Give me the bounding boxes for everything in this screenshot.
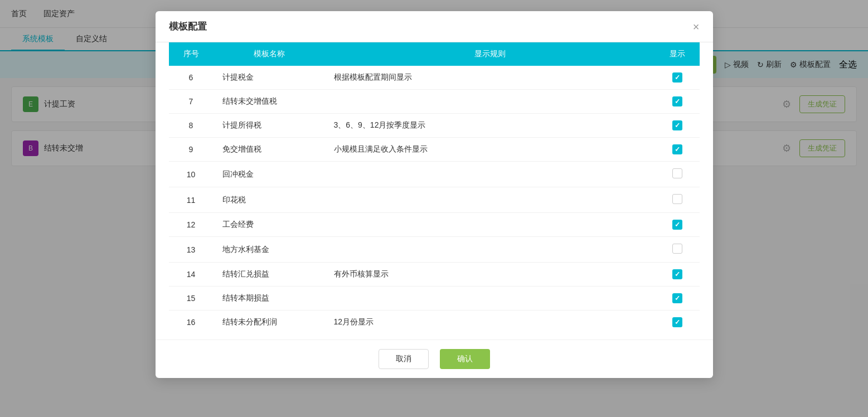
dialog-close-button[interactable]: ×: [693, 21, 700, 32]
cell-name: 印花税: [214, 187, 325, 213]
checkbox-8[interactable]: [672, 120, 682, 130]
dialog-table: 序号 模板名称 显示规则 显示 6计提税金根据模板配置期间显示7结转未交增值税8…: [156, 42, 713, 340]
dialog-title: 模板配置: [169, 20, 207, 33]
table-row: 11印花税: [169, 187, 700, 213]
cell-checkbox[interactable]: [655, 138, 700, 162]
cell-seq: 13: [169, 237, 214, 263]
cell-rule: [325, 237, 655, 263]
table-row: 6计提税金根据模板配置期间显示: [169, 66, 700, 90]
cell-rule: 3、6、9、12月按季度显示: [325, 114, 655, 138]
checkbox-12[interactable]: [672, 220, 682, 230]
checkbox-16[interactable]: [672, 317, 682, 327]
cell-checkbox[interactable]: [655, 90, 700, 114]
cell-name: 工会经费: [214, 213, 325, 237]
cell-seq: 14: [169, 263, 214, 287]
table-row: 16结转未分配利润12月份显示: [169, 311, 700, 334]
cell-seq: 15: [169, 287, 214, 311]
checkbox-10[interactable]: [672, 168, 682, 178]
cell-checkbox[interactable]: [655, 287, 700, 311]
cell-checkbox[interactable]: [655, 66, 700, 90]
cell-rule: 根据模板配置期间显示: [325, 66, 655, 90]
table-row: 7结转未交增值税: [169, 90, 700, 114]
cell-seq: 16: [169, 311, 214, 334]
cell-name: 计提税金: [214, 66, 325, 90]
checkbox-6[interactable]: [672, 72, 682, 83]
checkbox-7[interactable]: [672, 96, 682, 106]
cell-checkbox[interactable]: [655, 237, 700, 263]
cell-seq: 12: [169, 213, 214, 237]
checkbox-11[interactable]: [672, 194, 682, 204]
cell-rule: 12月份显示: [325, 311, 655, 334]
col-display: 显示: [655, 42, 700, 66]
checkbox-15[interactable]: [672, 293, 682, 303]
cell-name: 结转汇兑损益: [214, 263, 325, 287]
table-row: 15结转本期损益: [169, 287, 700, 311]
table-body: 6计提税金根据模板配置期间显示7结转未交增值税8计提所得税3、6、9、12月按季…: [169, 66, 700, 334]
table-row: 9免交增值税小规模且满足收入条件显示: [169, 138, 700, 162]
cell-rule: [325, 213, 655, 237]
cell-seq: 7: [169, 90, 214, 114]
col-rule: 显示规则: [325, 42, 655, 66]
cell-checkbox[interactable]: [655, 162, 700, 187]
checkbox-9[interactable]: [672, 144, 682, 154]
cell-seq: 8: [169, 114, 214, 138]
cell-seq: 10: [169, 162, 214, 187]
table-row: 13地方水利基金: [169, 237, 700, 263]
table-row: 10回冲税金: [169, 162, 700, 187]
cancel-button[interactable]: 取消: [379, 349, 429, 369]
cell-checkbox[interactable]: [655, 114, 700, 138]
cell-rule: 小规模且满足收入条件显示: [325, 138, 655, 162]
col-seq: 序号: [169, 42, 214, 66]
config-table: 序号 模板名称 显示规则 显示 6计提税金根据模板配置期间显示7结转未交增值税8…: [169, 42, 700, 334]
checkbox-14[interactable]: [672, 269, 682, 279]
cell-name: 结转未分配利润: [214, 311, 325, 334]
confirm-button[interactable]: 确认: [440, 349, 490, 369]
table-row: 14结转汇兑损益有外币核算显示: [169, 263, 700, 287]
dialog-footer: 取消 确认: [156, 340, 713, 378]
cell-checkbox[interactable]: [655, 311, 700, 334]
cell-rule: 有外币核算显示: [325, 263, 655, 287]
cell-checkbox[interactable]: [655, 263, 700, 287]
table-header: 序号 模板名称 显示规则 显示: [169, 42, 700, 66]
cell-rule: [325, 162, 655, 187]
cell-name: 结转本期损益: [214, 287, 325, 311]
cell-checkbox[interactable]: [655, 187, 700, 213]
cell-name: 回冲税金: [214, 162, 325, 187]
cell-rule: [325, 90, 655, 114]
checkbox-13[interactable]: [672, 244, 682, 254]
col-name: 模板名称: [214, 42, 325, 66]
cell-name: 地方水利基金: [214, 237, 325, 263]
cell-name: 免交增值税: [214, 138, 325, 162]
dialog-template-config: 模板配置 × 序号 模板名称 显示规则 显示 6计提税金根据模板配置期间显示7结…: [156, 11, 713, 378]
cell-name: 计提所得税: [214, 114, 325, 138]
cell-seq: 6: [169, 66, 214, 90]
cell-checkbox[interactable]: [655, 213, 700, 237]
dialog-header: 模板配置 ×: [156, 11, 713, 42]
cell-rule: [325, 187, 655, 213]
cell-name: 结转未交增值税: [214, 90, 325, 114]
table-row: 8计提所得税3、6、9、12月按季度显示: [169, 114, 700, 138]
cell-rule: [325, 287, 655, 311]
modal-overlay: 模板配置 × 序号 模板名称 显示规则 显示 6计提税金根据模板配置期间显示7结…: [0, 0, 868, 417]
cell-seq: 11: [169, 187, 214, 213]
table-row: 12工会经费: [169, 213, 700, 237]
cell-seq: 9: [169, 138, 214, 162]
